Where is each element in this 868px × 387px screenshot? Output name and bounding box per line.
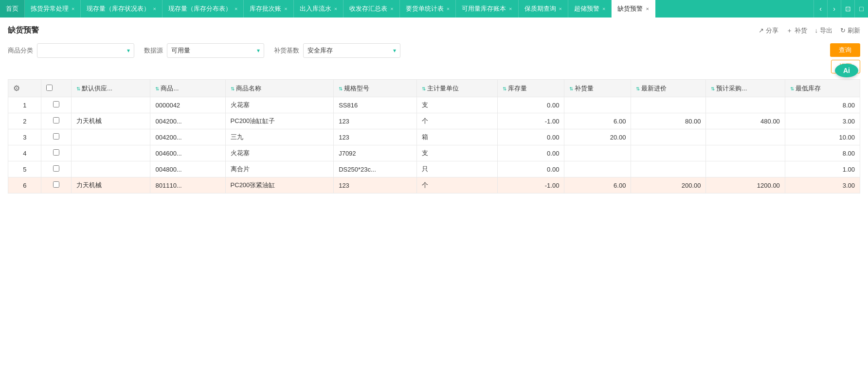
row-num-2: 3	[8, 129, 41, 145]
export-icon: ↓	[815, 27, 818, 34]
row-checkbox-5[interactable]	[53, 181, 59, 188]
row-checkbox-4[interactable]	[53, 165, 59, 172]
share-button[interactable]: ↗ 分享	[759, 26, 778, 35]
row-price-0	[631, 97, 706, 113]
window-maximize-btn[interactable]: □	[854, 0, 868, 18]
col-unit-header: ⇅主计量单位	[417, 80, 498, 97]
tab-item-7[interactable]: 要货单统计表×	[400, 0, 456, 18]
row-check-2[interactable]	[41, 129, 72, 145]
export-button[interactable]: ↓ 导出	[815, 26, 833, 35]
tab-close-5[interactable]: ×	[334, 6, 337, 12]
category-select[interactable]: ▾	[37, 43, 134, 58]
tab-item-9[interactable]: 保质期查询×	[519, 0, 568, 18]
replenish-select[interactable]: 安全库存 ▾	[303, 43, 400, 58]
refresh-button[interactable]: ↻ 刷新	[840, 26, 860, 35]
tab-item-4[interactable]: 库存批次账×	[244, 0, 293, 18]
row-name-1: PC200油缸缸子	[225, 113, 334, 129]
tab-prev-btn[interactable]: ‹	[814, 0, 827, 18]
header-actions: ↗ 分享 ＋ 补货 ↓ 导出 ↻ 刷新	[759, 26, 861, 35]
row-code-3: 004600...	[150, 145, 225, 161]
share-icon: ↗	[759, 27, 764, 34]
tab-close-6[interactable]: ×	[390, 6, 393, 12]
row-price-5: 200.00	[631, 177, 706, 194]
col-settings-header: ⚙	[8, 80, 41, 97]
row-check-3[interactable]	[41, 145, 72, 161]
tab-item-0[interactable]: 首页	[0, 0, 25, 18]
tab-item-5[interactable]: 出入库流水×	[294, 0, 344, 18]
row-code-5: 801110...	[150, 177, 225, 194]
tab-close-1[interactable]: ×	[72, 6, 74, 12]
table-row: 5 004800... 离合片 DS250*23c... 只 0.00 1.00	[8, 161, 860, 177]
row-stock-1: -1.00	[498, 113, 564, 129]
tab-close-4[interactable]: ×	[284, 6, 287, 12]
tab-item-11[interactable]: 缺货预警×	[612, 0, 655, 18]
row-spec-4: DS250*23c...	[334, 161, 417, 177]
row-check-5[interactable]	[41, 177, 72, 194]
row-name-3: 火花塞	[225, 145, 334, 161]
row-checkbox-2[interactable]	[53, 133, 59, 140]
replenish-icon: ＋	[786, 26, 793, 35]
tab-close-11[interactable]: ×	[646, 6, 649, 12]
tab-item-8[interactable]: 可用量库存账本×	[456, 0, 518, 18]
row-num-0: 1	[8, 97, 41, 113]
datasource-select[interactable]: 可用量 ▾	[167, 43, 264, 58]
datasource-dropdown-icon: ▾	[257, 47, 260, 54]
col-check-header	[41, 80, 72, 97]
row-code-2: 004200...	[150, 129, 225, 145]
datasource-value: 可用量	[171, 46, 257, 55]
tab-close-2[interactable]: ×	[153, 6, 156, 12]
col-minstock-header: ⇅最低库存	[785, 80, 860, 97]
row-stock-0: 0.00	[498, 97, 564, 113]
tab-close-8[interactable]: ×	[509, 6, 512, 12]
category-filter: 商品分类 ▾	[8, 43, 134, 58]
col-stock-header: ⇅库存量	[498, 80, 564, 97]
row-num-1: 2	[8, 113, 41, 129]
row-minstock-1: 3.00	[785, 113, 860, 129]
row-check-0[interactable]	[41, 97, 72, 113]
query-button[interactable]: 查询	[830, 43, 860, 57]
tab-item-10[interactable]: 超储预警×	[568, 0, 612, 18]
row-check-4[interactable]	[41, 161, 72, 177]
row-checkbox-0[interactable]	[53, 101, 59, 107]
tab-close-10[interactable]: ×	[602, 6, 605, 12]
tab-next-btn[interactable]: ›	[827, 0, 841, 18]
row-replenish-4	[564, 161, 631, 177]
table-body: 1 0000042 火花塞 SS816 支 0.00 8.00 2 力天机械 0…	[8, 97, 860, 194]
row-num-3: 4	[8, 145, 41, 161]
table-settings-icon[interactable]: ⚙	[13, 84, 20, 92]
window-restore-btn[interactable]: ⊡	[841, 0, 854, 18]
tab-close-7[interactable]: ×	[447, 6, 450, 12]
row-check-1[interactable]	[41, 113, 72, 129]
row-supplier-2	[72, 129, 150, 145]
replenish-value: 安全库存	[307, 46, 393, 55]
col-purchase-header: ⇅预计采购...	[706, 80, 785, 97]
ai-badge[interactable]: Ai	[835, 64, 858, 77]
tab-item-2[interactable]: 现存量（库存状况表）×	[81, 0, 162, 18]
datasource-label: 数据源	[144, 46, 163, 55]
table-row: 3 004200... 三九 123 箱 0.00 20.00 10.00	[8, 129, 860, 145]
col-name-header: ⇅商品名称	[225, 80, 334, 97]
row-unit-1: 个	[417, 113, 498, 129]
table-row: 4 004600... 火花塞 J7092 支 0.00 8.00	[8, 145, 860, 161]
tab-item-1[interactable]: 拣货异常处理×	[25, 0, 81, 18]
row-stock-5: -1.00	[498, 177, 564, 194]
row-minstock-5: 3.00	[785, 177, 860, 194]
col-price-header: ⇅最新进价	[631, 80, 706, 97]
tab-item-3[interactable]: 现存量（库存分布表）×	[163, 0, 244, 18]
tab-item-6[interactable]: 收发存汇总表×	[344, 0, 399, 18]
category-label: 商品分类	[8, 46, 33, 55]
data-table: ⚙ ⇅默认供应... ⇅商品... ⇅商品名称 ⇅规格型号 ⇅主计量单位 ⇅库存…	[8, 79, 860, 194]
col-spec-header: ⇅规格型号	[334, 80, 417, 97]
row-checkbox-3[interactable]	[53, 149, 59, 156]
select-all-checkbox[interactable]	[46, 85, 53, 91]
row-supplier-0	[72, 97, 150, 113]
tab-close-9[interactable]: ×	[559, 6, 562, 12]
row-price-1: 80.00	[631, 113, 706, 129]
row-purchase-2	[706, 129, 785, 145]
replenish-button[interactable]: ＋ 补货	[786, 26, 807, 35]
row-checkbox-1[interactable]	[53, 117, 59, 123]
row-stock-4: 0.00	[498, 161, 564, 177]
row-stock-2: 0.00	[498, 129, 564, 145]
row-unit-0: 支	[417, 97, 498, 113]
tab-close-3[interactable]: ×	[235, 6, 237, 12]
